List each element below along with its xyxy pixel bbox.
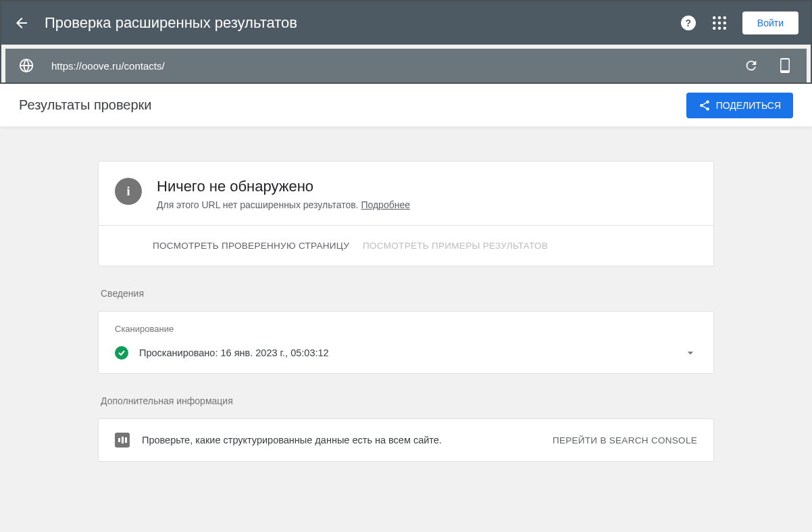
scan-card: Сканирование Просканировано: 16 янв. 202… (98, 311, 714, 374)
smartphone-icon (780, 58, 790, 73)
status-title: Ничего не обнаружено (157, 178, 410, 195)
share-icon (699, 99, 711, 112)
scan-result-text: Просканировано: 16 янв. 2023 г., 05:03:1… (139, 347, 673, 358)
tab-view-page[interactable]: ПОСМОТРЕТЬ ПРОВЕРЕННУЮ СТРАНИЦУ (153, 241, 349, 251)
help-icon: ? (681, 16, 696, 30)
check-icon (115, 346, 128, 360)
svg-point-0 (713, 16, 715, 19)
svg-point-1 (718, 16, 721, 19)
svg-point-5 (723, 22, 726, 24)
svg-point-7 (718, 27, 721, 30)
svg-point-14 (700, 103, 703, 107)
share-label: ПОДЕЛИТЬСЯ (716, 100, 781, 111)
tab-view-examples: ПОСМОТРЕТЬ ПРИМЕРЫ РЕЗУЛЬТАТОВ (363, 241, 548, 251)
svg-point-15 (706, 107, 709, 111)
svg-point-4 (718, 22, 721, 24)
svg-point-3 (713, 22, 715, 24)
results-title: Результаты проверки (19, 97, 686, 113)
results-header: Результаты проверки ПОДЕЛИТЬСЯ (0, 84, 812, 127)
refresh-button[interactable] (743, 57, 759, 74)
additional-section-label: Дополнительная информация (101, 395, 714, 406)
scan-row[interactable]: Просканировано: 16 янв. 2023 г., 05:03:1… (115, 346, 697, 360)
url-bar: https://ooove.ru/contacts/ (5, 49, 807, 82)
refresh-icon (744, 58, 759, 73)
help-button[interactable]: ? (680, 15, 696, 31)
goto-search-console-link[interactable]: ПЕРЕЙТИ В SEARCH CONSOLE (553, 435, 697, 445)
status-card: i Ничего не обнаружено Для этого URL нет… (98, 161, 714, 266)
additional-info-card: Проверьте, какие структурированные данны… (98, 418, 714, 462)
svg-point-2 (723, 16, 726, 19)
svg-line-16 (703, 102, 706, 104)
additional-info-text: Проверьте, какие структурированные данны… (142, 435, 540, 445)
back-button[interactable] (14, 15, 30, 31)
svg-line-17 (703, 106, 706, 108)
svg-point-8 (723, 27, 726, 30)
scan-label: Сканирование (115, 324, 697, 334)
chevron-down-icon (684, 346, 697, 360)
share-button[interactable]: ПОДЕЛИТЬСЯ (686, 93, 793, 118)
status-description: Для этого URL нет расширенных результато… (157, 199, 410, 210)
tabs-row: ПОСМОТРЕТЬ ПРОВЕРЕННУЮ СТРАНИЦУ ПОСМОТРЕ… (99, 225, 713, 266)
svg-point-13 (706, 100, 709, 103)
apps-button[interactable] (711, 15, 728, 31)
apps-icon (713, 16, 726, 30)
details-section-label: Сведения (101, 288, 714, 299)
bar-chart-icon (115, 433, 130, 448)
app-header: Проверка расширенных результатов ? Войти (1, 1, 811, 45)
globe-icon (19, 58, 34, 73)
arrow-left-icon (14, 15, 30, 31)
device-button[interactable] (777, 57, 793, 74)
login-button[interactable]: Войти (742, 11, 798, 34)
app-title: Проверка расширенных результатов (45, 14, 680, 32)
info-icon: i (115, 178, 142, 205)
svg-rect-12 (782, 59, 789, 70)
svg-point-6 (713, 27, 715, 30)
learn-more-link[interactable]: Подробнее (361, 199, 410, 210)
url-text[interactable]: https://ooove.ru/contacts/ (51, 60, 743, 72)
